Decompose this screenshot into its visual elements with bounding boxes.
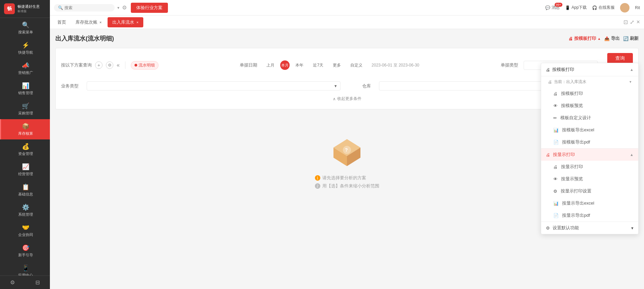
tab-maximize-icon[interactable]: ⤢ bbox=[630, 19, 634, 25]
sidebar-icon-marketing: 📣 bbox=[22, 62, 29, 69]
sidebar-item-system[interactable]: ⚙️ 系统管理 bbox=[0, 200, 50, 220]
tab-restore-icon[interactable]: ⊡ bbox=[623, 19, 628, 25]
empty-illustration-svg: ? bbox=[330, 136, 364, 169]
dp-template-custom-item[interactable]: ✏ 模板自定义设计 bbox=[541, 112, 638, 124]
dp-set-default-footer[interactable]: ⚙ 设置默认功能 ▾ bbox=[541, 221, 638, 234]
dp-template-print-item[interactable]: 🖨 按模板打印 bbox=[541, 87, 638, 100]
date-tag-year[interactable]: 本年 bbox=[292, 61, 307, 70]
empty-state-illustration: ? bbox=[330, 136, 364, 169]
template-print-btn[interactable]: 🖨 按模板打印 ▲ bbox=[568, 35, 601, 42]
dp-display-preview-icon: 👁 bbox=[553, 177, 558, 182]
sidebar-item-guide[interactable]: 🎯 新手引导 bbox=[0, 241, 50, 261]
sidebar-item-inventory[interactable]: 📦 库存核算 bbox=[0, 119, 50, 139]
topbar-search-box[interactable]: 🔍 bbox=[54, 4, 115, 11]
dp-template-excel-label: 按模板导出excel bbox=[562, 127, 594, 133]
tab-close-all-icon[interactable]: × bbox=[636, 19, 640, 26]
sidebar-item-marketing[interactable]: 📣 营销推广 bbox=[0, 58, 50, 79]
empty-tip-1: 1 请先选择要分析的方案 bbox=[315, 175, 379, 181]
sidebar-label-app-center: 应用中心 bbox=[18, 273, 33, 275]
page-content: 出入库流水(流水明细) 🖨 按模板打印 ▲ 📤 导出 🔄 刷新 bbox=[50, 29, 644, 289]
topbar-chevron-icon[interactable]: ▾ bbox=[117, 5, 119, 10]
sidebar-label-inventory: 库存核算 bbox=[18, 131, 33, 136]
username-label[interactable]: Rit bbox=[635, 5, 640, 10]
filter-settings-icon[interactable]: ⚙ bbox=[106, 61, 113, 69]
empty-tip-2: 2 用【选】条件来缩小分析范围 bbox=[315, 183, 379, 189]
refresh-btn[interactable]: 🔄 刷新 bbox=[623, 35, 639, 42]
topbar-right: 💬 消息 99+ 📱 App下载 🎧 在线客服 Rit bbox=[545, 3, 640, 12]
sidebar-label-sales: 销售管理 bbox=[18, 90, 33, 96]
tab-home[interactable]: 首页 bbox=[54, 17, 69, 27]
sidebar-item-basic[interactable]: 📋 基础信息 bbox=[0, 180, 50, 200]
sidebar-item-quick-nav[interactable]: ⚡ 快捷导航 bbox=[0, 38, 50, 58]
sidebar-label-basic: 基础信息 bbox=[18, 192, 33, 197]
sidebar-icon-inventory: 📦 bbox=[22, 123, 29, 130]
dp-display-print-section[interactable]: 🖨 按显示打印 ▲ bbox=[541, 149, 638, 161]
sidebar-menu-icon[interactable]: ⊟ bbox=[35, 279, 40, 286]
date-tag-7days[interactable]: 近7天 bbox=[309, 61, 327, 70]
topbar-online-service[interactable]: 🎧 在线客服 bbox=[592, 5, 615, 10]
sidebar-icon-purchase: 🛒 bbox=[22, 102, 29, 110]
tab-batch-account[interactable]: 库存批次账 × bbox=[71, 17, 106, 27]
sidebar-icon-basic: 📋 bbox=[22, 183, 29, 191]
sidebar-item-finance[interactable]: 💰 资金管理 bbox=[0, 139, 50, 160]
date-tag-more[interactable]: 更多 bbox=[329, 61, 345, 70]
filter-collapse-icon[interactable]: « bbox=[117, 62, 120, 68]
topbar-app-download[interactable]: 📱 App下载 bbox=[565, 5, 587, 10]
sidebar-item-sales[interactable]: 📊 销售管理 bbox=[0, 79, 50, 99]
sidebar-item-enterprise[interactable]: 🤝 企业协同 bbox=[0, 220, 50, 241]
sidebar-item-operations[interactable]: 📈 经营管理 bbox=[0, 160, 50, 180]
tab-home-label: 首页 bbox=[57, 19, 66, 25]
dp-display-excel-item[interactable]: 📊 按显示导出excel bbox=[541, 197, 638, 209]
sidebar-label-system: 系统管理 bbox=[18, 212, 33, 217]
tab-batch-close-icon[interactable]: × bbox=[99, 20, 101, 24]
topbar-notification[interactable]: 💬 消息 99+ bbox=[545, 5, 560, 10]
dp-display-print-settings-item[interactable]: ⚙ 按显示打印设置 bbox=[541, 185, 638, 197]
template-print-label: 按模板打印 bbox=[574, 35, 596, 42]
filter-add-btn[interactable]: + bbox=[95, 61, 103, 69]
notification-badge: 99+ bbox=[555, 3, 562, 7]
dp-footer-arrow: ▾ bbox=[631, 226, 634, 231]
dp-template-preview-item[interactable]: 👁 按模板预览 bbox=[541, 100, 638, 112]
sidebar-item-purchase[interactable]: 🛒 采购管理 bbox=[0, 99, 50, 119]
sidebar-label-guide: 新手引导 bbox=[18, 253, 33, 258]
industry-btn[interactable]: 体验行业方案 bbox=[131, 3, 168, 13]
business-type-select[interactable]: ▾ bbox=[87, 81, 341, 90]
tab-inventory-close-icon[interactable]: × bbox=[136, 20, 138, 24]
query-btn[interactable]: 查询 bbox=[607, 53, 633, 64]
sidebar-label-purchase: 采购管理 bbox=[18, 111, 33, 116]
dp-display-print-item[interactable]: 🖨 按显示打印 bbox=[541, 161, 638, 173]
date-tag-prev-month[interactable]: 上月 bbox=[263, 61, 278, 70]
sidebar-settings-icon[interactable]: ⚙ bbox=[10, 279, 15, 286]
dp-display-pdf-item[interactable]: 📄 按显示导出pdf bbox=[541, 209, 638, 221]
topbar: 🔍 ▾ ⚙ 体验行业方案 💬 消息 99+ 📱 App下载 🎧 在线客服 Rit bbox=[50, 0, 644, 16]
filter-flow-chip[interactable]: 流水明细 bbox=[131, 61, 158, 70]
tip-text-1: 请先选择要分析的方案 bbox=[322, 175, 366, 181]
sidebar-label-operations: 经营管理 bbox=[18, 172, 33, 177]
dp-section-arrow: ▲ bbox=[630, 153, 634, 157]
dp-template-print-header[interactable]: 🖨 按模板打印 ▲ bbox=[541, 63, 638, 76]
sidebar-item-app-center[interactable]: 📱 应用中心 bbox=[0, 261, 50, 275]
search-input[interactable] bbox=[64, 5, 108, 10]
date-tag-custom[interactable]: 自定义 bbox=[347, 61, 366, 70]
sidebar-item-search[interactable]: 🔍 搜索菜单 bbox=[0, 18, 50, 38]
topbar-search-icon: 🔍 bbox=[58, 5, 63, 10]
dp-display-preview-item[interactable]: 👁 按显示预览 bbox=[541, 173, 638, 185]
avatar[interactable] bbox=[620, 3, 630, 12]
dp-header-arrow: ▲ bbox=[630, 68, 634, 72]
tab-bar: 首页 库存批次账 × 出入库流水 × ⊡ ⤢ × bbox=[50, 16, 644, 29]
service-icon: 🎧 bbox=[592, 5, 597, 10]
chip-label: 流水明细 bbox=[139, 62, 155, 68]
refresh-icon: 🔄 bbox=[623, 36, 628, 41]
dp-display-settings-icon: ⚙ bbox=[553, 189, 557, 194]
dp-template-excel-item[interactable]: 📊 按模板导出excel bbox=[541, 124, 638, 136]
sidebar-icon-enterprise: 🤝 bbox=[22, 224, 29, 231]
dp-template-pdf-item[interactable]: 📄 按模板导出pdf bbox=[541, 136, 638, 148]
tab-inventory-flow[interactable]: 出入库流水 × bbox=[108, 17, 143, 27]
collapse-label: 收起更多条件 bbox=[337, 96, 361, 102]
sidebar-icon-search: 🔍 bbox=[22, 21, 29, 29]
sidebar-icon-app-center: 📱 bbox=[22, 264, 29, 272]
sidebar-icon-quick-nav: ⚡ bbox=[22, 42, 29, 49]
topbar-gear-icon[interactable]: ⚙ bbox=[122, 4, 127, 11]
export-btn[interactable]: 📤 导出 bbox=[604, 35, 620, 42]
date-tag-current-month[interactable]: 本月 bbox=[280, 60, 290, 70]
